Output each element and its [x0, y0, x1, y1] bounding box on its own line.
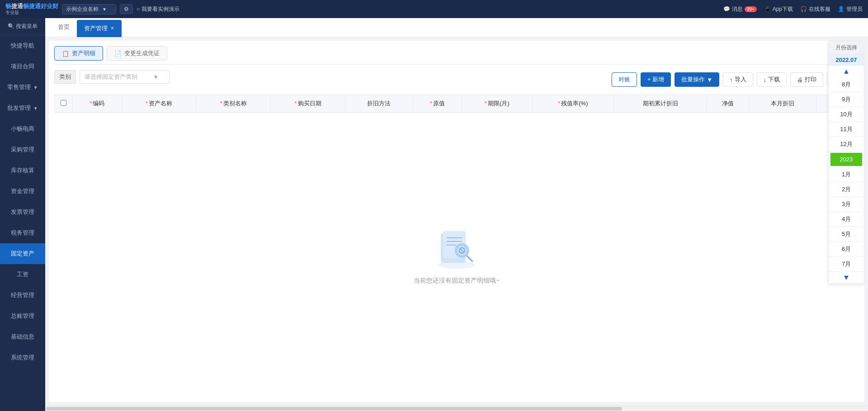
horizontal-scrollbar[interactable]	[45, 406, 868, 411]
category-select[interactable]: 请选择固定资产类别 ▼	[80, 70, 170, 84]
sub-tab-change-voucher[interactable]: 📄 变更生成凭证	[107, 46, 167, 61]
header-left: 畅捷通畅捷通好业财 专业版 示例企业名称 ▼ ⚙ ○ 我要看实例演示	[5, 2, 179, 16]
sidebar: 🔍 搜索菜单 快捷导航 项目合同 零售管理 ▼ 批发管理 ▼ 小畅电商 采购管理…	[0, 18, 45, 411]
sidebar-item-general-ledger[interactable]: 总账管理	[0, 306, 45, 326]
month-nav-down[interactable]: ▼	[829, 272, 864, 283]
user-menu[interactable]: 👤 管理员	[838, 5, 863, 13]
import-icon: ↑	[730, 76, 733, 83]
content-area: 首页 资产管理 ✕ 📋 资产明细 📄 变更生成凭证	[45, 18, 868, 411]
checkbox-col-header	[55, 95, 73, 113]
current-month-display: 2022.07	[829, 55, 864, 66]
messages-button[interactable]: 💬 消息 99+	[723, 5, 757, 13]
month-item-4[interactable]: 4月	[829, 212, 864, 227]
year-2023-badge: 2023	[830, 153, 862, 166]
toolbar-left: 类别 请选择固定资产类别 ▼	[54, 70, 170, 89]
arrow-icon: ▼	[33, 106, 38, 111]
col-accumulated-depreciation: 期初累计折旧	[614, 95, 707, 113]
search-menu-item[interactable]: 🔍 搜索菜单	[0, 18, 45, 35]
month-item-3[interactable]: 3月	[829, 197, 864, 212]
svg-line-8	[467, 256, 472, 261]
dropdown-icon: ▼	[102, 7, 107, 12]
sub-tab-asset-detail[interactable]: 📋 资产明细	[54, 46, 103, 61]
month-nav-up[interactable]: ▲	[829, 66, 864, 77]
user-icon: 👤	[838, 6, 844, 12]
col-code: *编码	[73, 95, 122, 113]
sidebar-item-wholesale[interactable]: 批发管理 ▼	[0, 98, 45, 118]
sidebar-item-inventory[interactable]: 库存核算	[0, 160, 45, 181]
month-panel-title: 月份选择	[835, 44, 857, 52]
month-item-9[interactable]: 9月	[829, 92, 864, 107]
col-residual-rate: *残值率(%)	[532, 95, 614, 113]
category-selector: 类别 请选择固定资产类别 ▼	[54, 70, 170, 84]
sidebar-item-basic-info[interactable]: 基础信息	[0, 326, 45, 347]
print-icon: 🖨	[797, 76, 803, 83]
app-edition: 专业版	[5, 9, 58, 16]
page-content: 📋 资产明细 📄 变更生成凭证 类别 请选择固定资产类别 ▼	[49, 41, 864, 402]
messages-badge: 99+	[745, 6, 757, 12]
download-button[interactable]: ↓ 下载	[757, 72, 787, 87]
col-original-value: *原值	[413, 95, 462, 113]
import-button[interactable]: ↑ 导入	[723, 72, 753, 87]
select-dropdown-icon: ▼	[153, 74, 159, 80]
company-selector[interactable]: 示例企业名称 ▼	[62, 4, 116, 14]
month-panel-header: 月份选择	[829, 41, 864, 55]
month-panel: 月份选择 2022.07 ▲ 8月 9月 10月 11月 12月 2023 1月…	[828, 41, 864, 284]
company-name: 示例企业名称	[66, 5, 99, 13]
arrow-icon: ▼	[33, 85, 38, 90]
message-icon: 💬	[723, 6, 730, 12]
month-item-12[interactable]: 12月	[829, 137, 864, 152]
month-item-8[interactable]: 8月	[829, 77, 864, 92]
sidebar-item-project-contract[interactable]: 项目合同	[0, 56, 45, 77]
sidebar-item-finance[interactable]: 资金管理	[0, 181, 45, 202]
month-item-7[interactable]: 7月	[829, 257, 864, 272]
demo-icon: ○	[137, 6, 140, 12]
sidebar-item-fixed-assets[interactable]: 固定资产	[0, 243, 45, 264]
settings-button[interactable]: ⚙	[120, 4, 133, 14]
col-period: *期限(月)	[462, 95, 532, 113]
month-item-2[interactable]: 2月	[829, 182, 864, 197]
app-download-button[interactable]: 📱 App下载	[764, 5, 793, 13]
gear-icon: ⚙	[124, 6, 129, 12]
main-layout: 🔍 搜索菜单 快捷导航 项目合同 零售管理 ▼ 批发管理 ▼ 小畅电商 采购管理…	[0, 18, 868, 411]
sidebar-item-tax[interactable]: 税务管理	[0, 222, 45, 243]
tab-home[interactable]: 首页	[51, 18, 77, 37]
select-all-checkbox[interactable]	[61, 100, 66, 106]
col-depreciation-method: 折旧方法	[345, 95, 413, 113]
top-header: 畅捷通畅捷通好业财 专业版 示例企业名称 ▼ ⚙ ○ 我要看实例演示 💬 消息 …	[0, 0, 868, 18]
col-purchase-date: *购买日期	[271, 95, 345, 113]
demo-link[interactable]: ○ 我要看实例演示	[137, 5, 179, 13]
month-item-5[interactable]: 5月	[829, 227, 864, 242]
empty-text: 当前您还没有固定资产明细哦~	[414, 277, 500, 285]
online-service-button[interactable]: 🎧 在线客服	[800, 5, 830, 13]
scroll-thumb[interactable]	[46, 407, 622, 411]
assets-table: *编码 *资产名称 *类别名称 *购买日期 折旧方法 *原值 *期限(月) *残…	[54, 94, 859, 113]
month-item-10[interactable]: 10月	[829, 107, 864, 122]
search-icon: 🔍	[8, 23, 14, 29]
sidebar-item-operations[interactable]: 经营管理	[0, 285, 45, 306]
print-button[interactable]: 🖨 打印	[790, 72, 823, 87]
headset-icon: 🎧	[800, 6, 807, 12]
tab-close-icon[interactable]: ✕	[110, 25, 114, 31]
empty-state: 当前您还没有固定资产明细哦~	[54, 113, 859, 397]
month-item-6[interactable]: 6月	[829, 242, 864, 257]
sidebar-item-invoice[interactable]: 发票管理	[0, 202, 45, 222]
col-name: *资产名称	[122, 95, 196, 113]
tab-asset-management[interactable]: 资产管理 ✕	[77, 20, 122, 37]
sidebar-item-ecommerce[interactable]: 小畅电商	[0, 118, 45, 139]
table-container: *编码 *资产名称 *类别名称 *购买日期 折旧方法 *原值 *期限(月) *残…	[54, 94, 859, 397]
month-item-1[interactable]: 1月	[829, 167, 864, 182]
month-item-11[interactable]: 11月	[829, 122, 864, 137]
batch-button[interactable]: 批量操作 ▼	[675, 72, 719, 87]
sidebar-item-procurement[interactable]: 采购管理	[0, 139, 45, 160]
reconcile-button[interactable]: 对账	[612, 72, 637, 87]
header-right: 💬 消息 99+ 📱 App下载 🎧 在线客服 👤 管理员	[723, 5, 863, 13]
sidebar-item-retail[interactable]: 零售管理 ▼	[0, 77, 45, 98]
col-monthly-depreciation: 本月折旧	[749, 95, 817, 113]
add-button[interactable]: + 新增	[641, 72, 671, 87]
batch-dropdown-icon: ▼	[707, 76, 712, 83]
sidebar-item-salary[interactable]: 工资	[0, 264, 45, 285]
sidebar-item-quick-nav[interactable]: 快捷导航	[0, 35, 45, 56]
sidebar-item-system[interactable]: 系统管理	[0, 347, 45, 368]
table-header-row: *编码 *资产名称 *类别名称 *购买日期 折旧方法 *原值 *期限(月) *残…	[55, 95, 859, 113]
doc-icon: 📄	[114, 50, 122, 57]
